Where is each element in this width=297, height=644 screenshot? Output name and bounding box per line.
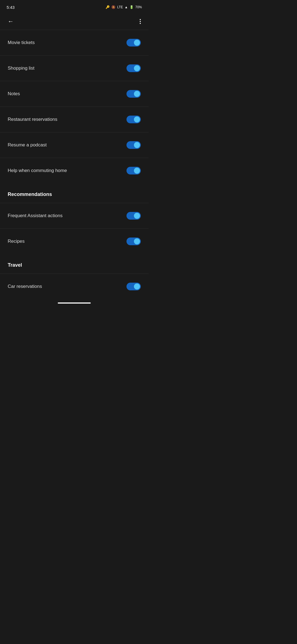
- home-indicator-bar: [58, 302, 91, 304]
- section-header-recommendations: Recommendations: [0, 183, 148, 203]
- setting-item-commuting-home: Help when commuting home: [0, 158, 148, 183]
- toggle-recipes[interactable]: [127, 238, 141, 245]
- setting-label-car-reservations: Car reservations: [8, 284, 42, 289]
- settings-list: Movie tickets Shopping list Notes Restau…: [0, 30, 148, 299]
- setting-item-recipes: Recipes: [0, 229, 148, 254]
- status-bar: 5:43 🔑 🔕 LTE ▲ 🔋 70%: [0, 0, 148, 13]
- signal-icon: ▲: [125, 5, 128, 9]
- section-title-travel: Travel: [8, 262, 22, 268]
- setting-label-commuting-home: Help when commuting home: [8, 168, 67, 173]
- setting-item-notes: Notes: [0, 81, 148, 107]
- toggle-car-reservations[interactable]: [127, 283, 141, 290]
- battery-icon: 🔋: [130, 5, 134, 9]
- more-dots-icon: [140, 19, 141, 24]
- toggle-commuting-home[interactable]: [127, 167, 141, 174]
- section-header-travel: Travel: [0, 254, 148, 274]
- toggle-resume-podcast[interactable]: [127, 141, 141, 149]
- mute-icon: 🔕: [111, 5, 116, 9]
- toggle-notes[interactable]: [127, 90, 141, 98]
- toggle-shopping-list[interactable]: [127, 64, 141, 72]
- setting-item-resume-podcast: Resume a podcast: [0, 132, 148, 158]
- back-button[interactable]: ←: [6, 16, 16, 27]
- lte-label: LTE: [117, 5, 123, 9]
- toggle-frequent-assistant-actions[interactable]: [127, 212, 141, 220]
- nav-bar: ←: [0, 13, 148, 30]
- battery-level: 70%: [135, 5, 142, 9]
- back-arrow-icon: ←: [8, 18, 14, 25]
- home-indicator: [0, 299, 148, 308]
- setting-label-resume-podcast: Resume a podcast: [8, 142, 47, 148]
- setting-label-notes: Notes: [8, 91, 20, 97]
- setting-label-shopping-list: Shopping list: [8, 66, 34, 71]
- setting-label-movie-tickets: Movie tickets: [8, 40, 35, 45]
- setting-label-recipes: Recipes: [8, 239, 24, 244]
- status-icons: 🔑 🔕 LTE ▲ 🔋 70%: [106, 5, 142, 9]
- setting-item-frequent-assistant-actions: Frequent Assistant actions: [0, 203, 148, 228]
- setting-item-shopping-list: Shopping list: [0, 56, 148, 81]
- setting-label-restaurant-reservations: Restaurant reservations: [8, 117, 57, 122]
- setting-item-car-reservations: Car reservations: [0, 274, 148, 299]
- setting-item-restaurant-reservations: Restaurant reservations: [0, 107, 148, 132]
- setting-item-movie-tickets: Movie tickets: [0, 30, 148, 55]
- more-options-button[interactable]: [138, 17, 143, 26]
- toggle-movie-tickets[interactable]: [127, 39, 141, 47]
- status-time: 5:43: [7, 5, 15, 10]
- vpn-icon: 🔑: [106, 5, 110, 9]
- toggle-restaurant-reservations[interactable]: [127, 116, 141, 123]
- setting-label-frequent-assistant-actions: Frequent Assistant actions: [8, 213, 62, 219]
- section-title-recommendations: Recommendations: [8, 192, 52, 197]
